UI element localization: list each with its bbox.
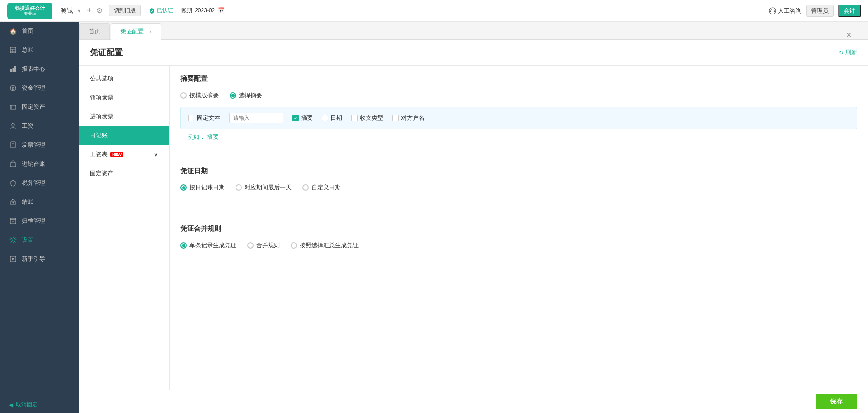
archive-icon bbox=[9, 217, 17, 225]
accountant-button[interactable]: 会计 bbox=[838, 5, 861, 17]
radio-select-summary-circle bbox=[291, 242, 297, 249]
checkbox-summary[interactable]: ✓ 摘要 bbox=[292, 114, 313, 122]
sidebar-item-sales[interactable]: 进销台账 bbox=[0, 155, 79, 174]
svg-rect-8 bbox=[13, 68, 14, 72]
sidebar: 🏠 首页 总账 报表中心 $ 资金管理 固定资产 bbox=[0, 22, 79, 413]
radio-select-summary[interactable]: 按照选择汇总生成凭证 bbox=[291, 241, 359, 249]
sidebar-item-tax[interactable]: 税务管理 bbox=[0, 174, 79, 192]
radio-single[interactable]: 单条记录生成凭证 bbox=[180, 241, 236, 249]
svg-rect-2 bbox=[774, 11, 775, 12]
radio-template-summary[interactable]: 按模版摘要 bbox=[180, 91, 219, 99]
logo-line1: 畅捷通好会计 bbox=[15, 5, 45, 11]
chevron-down-icon: ∨ bbox=[154, 151, 158, 158]
right-content: 摘要配置 按模版摘要 选择摘要 bbox=[170, 66, 868, 390]
tab-voucher-config[interactable]: 凭证配置 × bbox=[111, 23, 161, 40]
svg-rect-12 bbox=[10, 105, 16, 109]
certified-badge: 已认证 bbox=[149, 7, 173, 14]
sidebar-item-reports[interactable]: 报表中心 bbox=[0, 60, 79, 79]
svg-rect-7 bbox=[10, 69, 12, 72]
fullscreen-button[interactable]: ⛶ bbox=[855, 31, 863, 39]
svg-marker-26 bbox=[12, 258, 14, 260]
bottom-bar: 保存 bbox=[79, 390, 868, 413]
cancel-fixed-button[interactable]: ◀ 取消固定 bbox=[0, 396, 79, 413]
svg-rect-18 bbox=[10, 163, 16, 167]
close-tab-button[interactable]: ✕ bbox=[846, 31, 852, 39]
left-nav-public[interactable]: 公共选项 bbox=[79, 69, 169, 88]
company-name: 测试 bbox=[61, 7, 73, 15]
sidebar-item-assets[interactable]: 固定资产 bbox=[0, 98, 79, 117]
sales-icon bbox=[9, 160, 17, 168]
radio-custom-date[interactable]: 自定义日期 bbox=[302, 183, 341, 192]
merge-radio-group: 单条记录生成凭证 合并规则 按照选择汇总生成凭证 bbox=[180, 241, 857, 249]
refresh-icon: ↻ bbox=[839, 49, 844, 56]
sidebar-item-home[interactable]: 🏠 首页 bbox=[0, 22, 79, 41]
checkbox-date[interactable]: 日期 bbox=[322, 114, 342, 122]
funds-icon: $ bbox=[9, 84, 17, 92]
left-nav-fixed-assets[interactable]: 固定资产 bbox=[79, 164, 169, 183]
save-button[interactable]: 保存 bbox=[816, 394, 857, 409]
app-logo: 畅捷通好会计 专业版 bbox=[7, 3, 52, 19]
close-accounts-icon bbox=[9, 198, 17, 206]
settings-icon[interactable]: ⚙ bbox=[96, 6, 103, 15]
radio-merge-rules[interactable]: 合并规则 bbox=[247, 241, 280, 249]
svg-rect-3 bbox=[10, 47, 16, 53]
sidebar-item-guide[interactable]: 新手引导 bbox=[0, 249, 79, 268]
sidebar-item-funds[interactable]: $ 资金管理 bbox=[0, 79, 79, 98]
radio-select-summary[interactable]: 选择摘要 bbox=[230, 91, 262, 99]
radio-journal-date[interactable]: 按日记账日期 bbox=[180, 183, 225, 192]
fixed-text-input[interactable] bbox=[229, 113, 283, 123]
invoice-icon bbox=[9, 141, 17, 149]
section-merge-title: 凭证合并规则 bbox=[180, 225, 857, 233]
company-dropdown-icon[interactable]: ▾ bbox=[78, 8, 80, 14]
main-layout: 🏠 首页 总账 报表中心 $ 资金管理 固定资产 bbox=[0, 22, 868, 413]
tab-close-icon[interactable]: × bbox=[149, 29, 152, 34]
gear-icon bbox=[9, 236, 17, 244]
topbar: 畅捷通好会计 专业版 测试 ▾ + ⚙ 切到旧版 已认证 账期 2023-02 … bbox=[0, 0, 868, 22]
add-tab-button[interactable]: + bbox=[87, 6, 92, 15]
svg-rect-1 bbox=[770, 11, 771, 12]
svg-rect-22 bbox=[10, 218, 16, 220]
radio-period-last[interactable]: 对应期间最后一天 bbox=[236, 183, 292, 192]
radio-period-last-circle bbox=[236, 184, 242, 191]
sidebar-item-payroll[interactable]: 工资 bbox=[0, 117, 79, 136]
svg-point-20 bbox=[13, 202, 14, 204]
checkbox-income-type[interactable]: 收支类型 bbox=[351, 114, 383, 122]
sidebar-item-invoice[interactable]: 发票管理 bbox=[0, 136, 79, 155]
page-content: 凭证配置 ↻ 刷新 公共选项 销项发票 进项发票 bbox=[79, 40, 868, 390]
content-area: 首页 凭证配置 × ✕ ⛶ 凭证配置 ↻ 刷新 bbox=[79, 22, 868, 413]
svg-rect-9 bbox=[14, 66, 16, 72]
checkbox-fixed-text[interactable]: 固定文本 bbox=[188, 114, 220, 122]
refresh-button[interactable]: ↻ 刷新 bbox=[839, 48, 857, 56]
svg-point-14 bbox=[12, 123, 14, 126]
svg-point-24 bbox=[12, 239, 14, 241]
tab-bar: 首页 凭证配置 × ✕ ⛶ bbox=[79, 22, 868, 40]
sidebar-item-close[interactable]: 结账 bbox=[0, 192, 79, 211]
checkbox-counterpart[interactable]: 对方户名 bbox=[392, 114, 425, 122]
page-header: 凭证配置 ↻ 刷新 bbox=[79, 40, 868, 66]
inner-layout: 公共选项 销项发票 进项发票 日记账 工资表 bbox=[79, 66, 868, 390]
section-summary-title: 摘要配置 bbox=[180, 75, 857, 83]
left-nav-payroll-table[interactable]: 工资表 NEW ∨ bbox=[79, 145, 169, 164]
date-radio-group: 按日记账日期 对应期间最后一天 自定义日期 bbox=[180, 183, 857, 192]
summary-checkbox-row: 固定文本 ✓ 摘要 日期 bbox=[180, 107, 857, 129]
left-nav-journal[interactable]: 日记账 bbox=[79, 126, 169, 145]
left-nav-purchase-invoice[interactable]: 进项发票 bbox=[79, 107, 169, 126]
radio-custom-date-circle bbox=[302, 184, 309, 191]
consult-button[interactable]: 人工咨询 bbox=[769, 7, 802, 15]
guide-icon bbox=[9, 255, 17, 263]
sidebar-item-ledger[interactable]: 总账 bbox=[0, 41, 79, 60]
tab-home[interactable]: 首页 bbox=[79, 23, 110, 39]
sidebar-item-settings[interactable]: 设置 bbox=[0, 230, 79, 249]
switch-old-version-button[interactable]: 切到旧版 bbox=[109, 5, 141, 16]
logo-line2: 专业版 bbox=[15, 11, 45, 16]
home-icon: 🏠 bbox=[9, 27, 17, 35]
ledger-icon bbox=[9, 46, 17, 54]
section-merge: 凭证合并规则 单条记录生成凭证 合并规则 bbox=[180, 225, 857, 268]
left-nav-sales-invoice[interactable]: 销项发票 bbox=[79, 88, 169, 107]
new-badge: NEW bbox=[110, 152, 123, 157]
tab-actions: ✕ ⛶ bbox=[840, 31, 868, 39]
svg-text:$: $ bbox=[12, 86, 14, 91]
sidebar-item-archive[interactable]: 归档管理 bbox=[0, 211, 79, 230]
checkbox-counterpart-box bbox=[392, 115, 399, 121]
admin-button[interactable]: 管理员 bbox=[806, 5, 834, 17]
